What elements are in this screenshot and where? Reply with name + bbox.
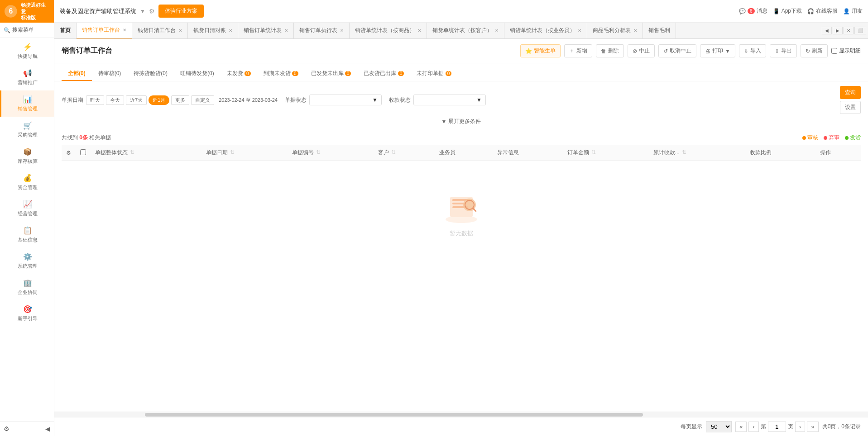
sidebar-item-sales[interactable]: 📊 销售管理: [0, 90, 54, 117]
sub-tab-not-shipped[interactable]: 未发货 0: [221, 67, 257, 81]
page-first-button[interactable]: «: [735, 422, 747, 432]
sub-tab-not-printed[interactable]: 未打印单据 0: [410, 67, 458, 81]
scrollbar-thumb[interactable]: [145, 413, 643, 417]
sidebar-item-system[interactable]: ⚙️ 系统管理: [0, 248, 54, 274]
tab-sales-order-exec[interactable]: 销售订单执行表 ✕: [294, 23, 350, 39]
sidebar-item-inventory[interactable]: 📦 库存核算: [0, 143, 54, 169]
topbar-gear-icon[interactable]: ⚙: [149, 8, 155, 15]
tab-sales-order-workbench[interactable]: 销售订单工作台 ✕: [77, 23, 132, 39]
batch-review-button[interactable]: 审核: [802, 134, 818, 142]
sort-icon[interactable]: ⇅: [682, 149, 686, 156]
export-button[interactable]: ⇧ 导出: [770, 44, 797, 57]
expand-conditions-button[interactable]: ▼ 展开更多条件: [441, 118, 481, 125]
message-action[interactable]: 💬 6 消息: [739, 7, 767, 15]
show-detail-checkbox[interactable]: [831, 48, 837, 54]
date-yesterday-btn[interactable]: 昨天: [86, 95, 104, 105]
tab-gross-profit[interactable]: 商品毛利分析表 ✕: [587, 23, 643, 39]
cancel-stop-button[interactable]: ↺ 取消中止: [658, 44, 696, 57]
tabs-prev-button[interactable]: ◀: [822, 27, 832, 34]
col-settings[interactable]: ⚙: [62, 145, 76, 161]
sort-icon[interactable]: ⇅: [130, 149, 134, 156]
status-select[interactable]: ▼: [309, 95, 382, 105]
sub-tab-wangpu[interactable]: 旺铺待发货(0): [174, 67, 221, 81]
sub-tab-shipped-not-warehoused[interactable]: 已发货未出库 0: [305, 67, 358, 81]
tabs-next-button[interactable]: ▶: [833, 27, 843, 34]
tab-sales-stats-salesman[interactable]: 销货单统计表（按业务员） ✕: [504, 23, 587, 39]
sidebar: 6 畅捷通好生意 标准版 🔍 搜索菜单 ⚡ 快捷导航 📢 营销推广 📊 销售管理…: [0, 0, 54, 436]
tab-sales-stats-customer[interactable]: 销货单统计表（按客户） ✕: [427, 23, 504, 39]
show-detail-toggle[interactable]: 显示明细: [831, 47, 861, 55]
tab-close-icon[interactable]: ✕: [633, 28, 637, 33]
tab-cash-daily[interactable]: 钱货日清工作台 ✕: [132, 23, 188, 39]
tab-cash-reconcile[interactable]: 钱货日清对账 ✕: [188, 23, 238, 39]
sidebar-item-finance[interactable]: 💰 资金管理: [0, 169, 54, 195]
settings-filter-button[interactable]: 设置: [840, 101, 861, 114]
date-1month-btn[interactable]: 近1月: [149, 95, 169, 105]
sidebar-item-quick-nav[interactable]: ⚡ 快捷导航: [0, 38, 54, 64]
user-action[interactable]: 👤 用友: [843, 7, 863, 15]
smart-create-button[interactable]: ⭐ 智能生单: [520, 44, 561, 57]
delete-button[interactable]: 🗑 删除: [596, 44, 624, 57]
tab-close-icon[interactable]: ✕: [340, 28, 344, 33]
sub-tab-pending-inspection[interactable]: 待拣货验货(0): [127, 67, 174, 81]
tab-sales-stats-product[interactable]: 销货单统计表（按商品） ✕: [350, 23, 427, 39]
sidebar-search[interactable]: 🔍 搜索菜单: [0, 23, 54, 38]
sort-icon[interactable]: ⇅: [591, 149, 596, 156]
sort-icon[interactable]: ⇅: [391, 149, 396, 156]
stop-button[interactable]: ⊘ 中止: [628, 44, 655, 57]
sidebar-item-marketing[interactable]: 📢 营销推广: [0, 64, 54, 90]
query-button[interactable]: 查询: [840, 86, 861, 99]
payment-status-select[interactable]: ▼: [413, 95, 486, 105]
tab-close-icon[interactable]: ✕: [495, 28, 499, 33]
date-today-btn[interactable]: 今天: [106, 95, 124, 105]
topbar: 装备及固定资产辅助管理系统 ▼ ⚙ 体验行业方案 💬 6 消息 📱 App下载 …: [54, 0, 868, 23]
shipped-warehoused-badge: 0: [398, 71, 404, 76]
tabs-maximize-button[interactable]: ⬜: [854, 27, 866, 34]
sidebar-item-guide[interactable]: 🎯 新手引导: [0, 300, 54, 327]
sub-tab-label: 已发货未出库: [311, 70, 344, 76]
refresh-button[interactable]: ↻ 刷新: [801, 44, 828, 57]
tab-close-icon[interactable]: ✕: [123, 28, 126, 33]
sidebar-item-enterprise[interactable]: 🏢 企业协同: [0, 274, 54, 300]
sort-icon[interactable]: ⇅: [316, 149, 321, 156]
select-all-checkbox[interactable]: [80, 149, 86, 155]
horizontal-scrollbar[interactable]: [54, 412, 868, 417]
tab-close-icon[interactable]: ✕: [284, 28, 288, 33]
batch-ship-button[interactable]: 发货: [845, 134, 861, 142]
batch-cancel-review-button[interactable]: 弃审: [824, 134, 839, 142]
sub-tab-shipped-warehoused[interactable]: 已发货已出库 0: [357, 67, 410, 81]
sidebar-item-purchase[interactable]: 🛒 采购管理: [0, 117, 54, 143]
dropdown-icon[interactable]: ▼: [140, 8, 145, 14]
tab-close-icon[interactable]: ✕: [229, 28, 232, 33]
tabs-close-all-button[interactable]: ✕: [844, 27, 854, 34]
date-7days-btn[interactable]: 近7天: [126, 95, 147, 105]
tab-close-icon[interactable]: ✕: [178, 28, 182, 33]
page-prev-button[interactable]: ‹: [748, 422, 758, 432]
sidebar-item-operations[interactable]: 📈 经营管理: [0, 195, 54, 222]
tab-close-icon[interactable]: ✕: [417, 28, 421, 33]
collapse-icon[interactable]: ◀: [45, 425, 50, 432]
tab-sales-profit[interactable]: 销售毛利: [643, 23, 676, 39]
date-custom-btn[interactable]: 自定义: [191, 95, 214, 105]
sub-tab-all[interactable]: 全部(0): [62, 67, 92, 81]
app-download-action[interactable]: 📱 App下载: [773, 7, 802, 15]
print-button[interactable]: 🖨 打印 ▼: [700, 44, 735, 57]
page-next-button[interactable]: ›: [795, 422, 805, 432]
tab-sales-order-stats[interactable]: 销售订单统计表 ✕: [238, 23, 294, 39]
page-size-select[interactable]: 50 100 200: [706, 421, 732, 432]
import-button[interactable]: ⇩ 导入: [739, 44, 766, 57]
sidebar-item-basic-info[interactable]: 📋 基础信息: [0, 222, 54, 248]
settings-icon[interactable]: ⚙: [4, 425, 10, 432]
add-button[interactable]: ＋ 新增: [564, 44, 592, 57]
sort-icon[interactable]: ⇅: [230, 149, 235, 156]
col-checkbox[interactable]: [76, 145, 91, 161]
sub-tab-pending-review[interactable]: 待审核(0): [92, 67, 128, 81]
date-more-btn[interactable]: 更多: [171, 95, 189, 105]
page-last-button[interactable]: »: [807, 422, 818, 432]
tab-close-icon[interactable]: ✕: [578, 28, 581, 33]
online-service-action[interactable]: 🎧 在线客服: [807, 7, 838, 15]
sub-tab-overdue-not-shipped[interactable]: 到期未发货 0: [257, 67, 305, 81]
tab-home[interactable]: 首页: [54, 23, 77, 39]
industry-solution-button[interactable]: 体验行业方案: [158, 5, 204, 18]
page-number-input[interactable]: [768, 422, 786, 432]
